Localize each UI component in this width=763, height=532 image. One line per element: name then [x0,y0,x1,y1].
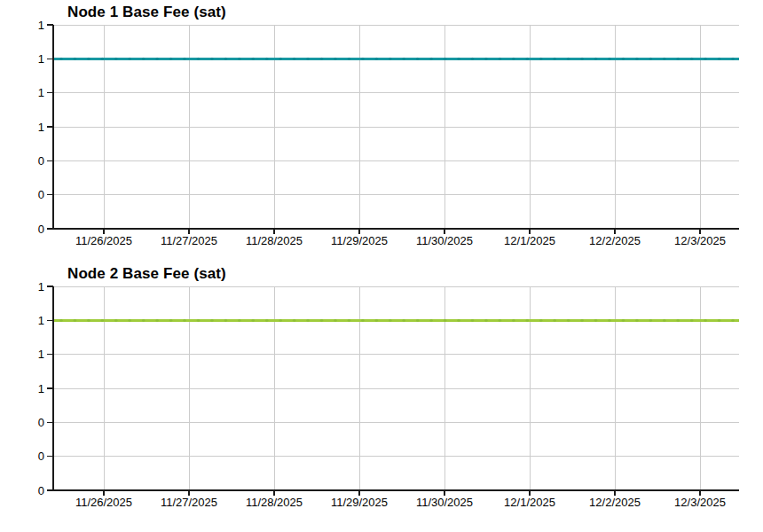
data-point-marker [539,58,542,60]
data-point-marker [718,58,720,60]
data-point-marker [348,319,350,322]
data-point-marker [238,58,240,60]
data-point-marker [704,58,706,60]
data-point-marker [183,58,185,60]
data-point-marker [429,58,432,60]
data-point-marker [375,58,378,60]
data-point-marker [635,319,638,322]
data-point-marker [635,58,638,60]
y-tick-label: 0 [38,484,44,497]
data-point-marker [114,319,117,322]
x-tick-label: 12/2/2025 [589,496,641,509]
data-point-marker [663,58,665,60]
data-point-marker [197,58,200,60]
data-point-marker [320,319,323,322]
y-tick-label: 0 [38,416,44,429]
data-point-marker [334,319,336,322]
data-point-marker [526,58,529,60]
data-point-marker [403,58,405,60]
data-point-marker [526,319,529,322]
data-point-marker [74,319,76,322]
x-tick-label: 12/3/2025 [674,496,726,509]
y-tick-label: 1 [38,86,44,99]
data-point-marker [594,319,597,322]
y-tick-label: 0 [38,154,44,168]
data-point-marker [512,319,515,322]
data-point-marker [101,319,104,322]
data-point-marker [594,58,597,60]
data-point-marker [677,319,680,322]
data-point-marker [580,319,583,322]
data-point-marker [142,319,145,322]
data-point-marker [348,58,350,60]
chart-block-node2: Node 2 Base Fee (sat) 111100011/26/20251… [0,262,763,523]
data-point-marker [59,58,62,60]
data-point-marker [197,319,200,322]
data-point-marker [293,319,295,322]
data-point-marker [59,319,62,322]
data-point-marker [306,319,309,322]
x-tick-label: 11/28/2025 [246,234,303,247]
data-point-marker [567,319,570,322]
data-point-marker [87,319,90,322]
data-point-marker [718,319,720,322]
data-point-marker [690,58,693,60]
data-point-marker [484,58,487,60]
data-point-marker [444,58,446,60]
y-tick-label: 1 [38,348,44,361]
y-tick-label: 0 [38,223,44,236]
data-point-marker [704,319,706,322]
data-point-marker [169,319,172,322]
data-point-marker [334,58,336,60]
y-tick-label: 1 [38,52,44,66]
plot-area-node2: 111100011/26/202511/27/202511/28/202511/… [0,286,763,523]
data-point-marker [361,58,364,60]
data-point-marker [129,58,131,60]
data-point-marker [403,319,405,322]
data-point-marker [677,58,680,60]
y-tick-label: 1 [38,280,44,293]
x-tick-label: 11/30/2025 [416,496,473,509]
data-point-marker [608,58,610,60]
data-point-marker [389,319,391,322]
data-point-marker [279,58,282,60]
data-point-marker [471,58,474,60]
data-point-marker [389,58,391,60]
data-point-marker [499,58,501,60]
x-tick-label: 11/29/2025 [331,496,388,509]
y-tick-label: 0 [38,188,44,201]
data-point-marker [183,319,185,322]
data-point-marker [375,319,378,322]
y-tick-label: 0 [38,450,44,463]
data-point-marker [252,58,255,60]
data-point-marker [499,319,501,322]
x-tick-label: 11/28/2025 [246,496,303,509]
data-point-marker [252,319,255,322]
chart-title-node2: Node 2 Base Fee (sat) [0,262,763,286]
data-point-marker [306,58,309,60]
data-point-marker [690,319,693,322]
data-point-marker [484,319,487,322]
data-point-marker [142,58,145,60]
data-point-marker [649,58,652,60]
data-point-marker [74,58,76,60]
data-point-marker [444,319,446,322]
data-point-marker [554,319,556,322]
data-point-marker [129,319,131,322]
data-point-marker [457,319,460,322]
data-point-marker [429,319,432,322]
data-point-marker [457,58,460,60]
data-point-marker [622,319,625,322]
data-point-marker [622,58,625,60]
data-point-marker [265,58,268,60]
data-point-marker [361,319,364,322]
data-point-marker [265,319,268,322]
y-tick-label: 1 [38,314,44,327]
x-tick-label: 12/1/2025 [504,234,555,247]
data-point-marker [608,319,610,322]
y-tick-label: 1 [38,19,44,32]
data-point-marker [114,58,117,60]
data-point-marker [567,58,570,60]
data-point-marker [169,58,172,60]
data-point-marker [279,319,282,322]
